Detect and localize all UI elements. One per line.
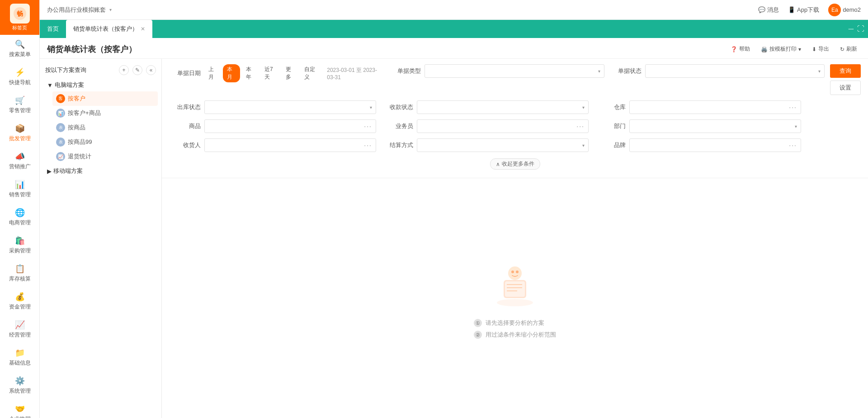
warehouse-label: 仓库 [594, 103, 626, 111]
scheme-by-customer-label: 按客户 [68, 95, 85, 103]
sidebar-item-base-info[interactable]: 📁基础信息 [0, 343, 39, 371]
inventory-icon: 📋 [15, 264, 25, 274]
query-btn[interactable]: 查询 [830, 64, 861, 78]
export-btn[interactable]: ⬇ 导出 [808, 43, 833, 55]
tab-home[interactable]: 首页 [40, 20, 66, 38]
date-range-text: 2023-03-01 至 2023-03-31 [327, 66, 384, 81]
tab-minimize-btn[interactable]: ─ [849, 25, 854, 33]
print-btn[interactable]: 🖨️ 按模板打印 ▾ [757, 43, 805, 55]
message-icon: 💬 [758, 6, 765, 13]
scheme-by-customer[interactable]: 客 按客户 [52, 91, 158, 106]
receiver-select[interactable]: ··· [204, 138, 376, 152]
sidebar-item-retail[interactable]: 🛒零售管理 [0, 91, 39, 119]
tree-group-pc-label[interactable]: ▼ 电脑端方案 [43, 79, 158, 91]
refresh-icon: ↻ [840, 46, 844, 52]
sidebar-item-label-operations: 经营管理 [9, 331, 31, 339]
scheme-return-stats-icon: 📈 [56, 152, 65, 161]
date-tab-more[interactable]: 更多 [282, 64, 298, 82]
svg-point-10 [516, 271, 519, 273]
salesperson-select[interactable]: ··· [417, 119, 589, 133]
scheme-by-goods[interactable]: 表 按商品 [52, 120, 158, 135]
tree-group-mobile-label[interactable]: ▶ 移动端方案 [43, 165, 158, 177]
sidebar-item-sales[interactable]: 📊销售管理 [0, 175, 39, 203]
sidebar-item-inventory[interactable]: 📋库存核算 [0, 259, 39, 287]
wholesale-icon: 📦 [15, 124, 25, 133]
app-download-label: App下载 [797, 6, 819, 14]
sidebar-item-quick-nav[interactable]: ⚡快捷导航 [0, 63, 39, 91]
tab-close-icon[interactable]: ✕ [141, 26, 145, 32]
sidebar-item-finance[interactable]: 💰资金管理 [0, 287, 39, 315]
doc-type-select[interactable]: ▾ [425, 64, 604, 78]
refresh-label: 刷新 [846, 45, 857, 53]
industry-dropdown-arrow[interactable]: ▾ [109, 7, 112, 12]
goods-label: 商品 [169, 122, 201, 130]
app-download-icon: 📱 [788, 6, 795, 13]
svg-text:畅: 畅 [17, 10, 23, 17]
doc-type-label: 单据类型 [389, 67, 421, 75]
page-header: 销货单统计表（按客户） ❓ 帮助 🖨️ 按模板打印 ▾ ⬇ 导出 ↻ 刷新 [40, 38, 868, 59]
print-dropdown-arrow[interactable]: ▾ [798, 46, 801, 52]
collect-status-select[interactable]: ▾ [417, 100, 589, 114]
scheme-return-stats-label: 退货统计 [68, 152, 91, 161]
tab-sales-stats[interactable]: 销货单统计表（按客户） ✕ [66, 20, 152, 38]
scheme-by-customer-goods[interactable]: 📊 按客户+商品 [52, 106, 158, 120]
tree-group-pc: ▼ 电脑端方案 客 按客户 📊 按客户+商品 [43, 79, 158, 164]
brand-label: 品牌 [594, 141, 626, 149]
top-header-right: 💬 消息 📱 App下载 Ea demo2 [758, 4, 861, 16]
avatar: Ea [828, 4, 841, 16]
sidebar-item-wholesale[interactable]: 📦批发管理 [0, 119, 39, 147]
add-scheme-btn[interactable]: + [119, 65, 129, 75]
date-tab-this-year[interactable]: 本年 [242, 64, 259, 82]
sidebar-item-system[interactable]: ⚙️系统管理 [0, 371, 39, 399]
ecommerce-icon: 🌐 [15, 208, 25, 218]
out-status-label: 出库状态 [169, 103, 201, 111]
goods-select[interactable]: ··· [204, 119, 376, 133]
sidebar-item-search[interactable]: 🔍搜索菜单 [0, 35, 39, 63]
settings-btn[interactable]: 设置 [830, 81, 861, 95]
scheme-by-goods-99[interactable]: 表 按商品99 [52, 135, 158, 149]
date-tab-last-7[interactable]: 近7天 [260, 64, 280, 82]
salesperson-dots: ··· [576, 123, 585, 130]
logo[interactable]: 畅 标签页 [0, 0, 39, 35]
refresh-btn[interactable]: ↻ 刷新 [836, 43, 861, 55]
collapse-btn[interactable]: ∧ 收起更多条件 [490, 158, 540, 170]
sidebar-item-marketing[interactable]: 📣营销推广 [0, 147, 39, 175]
app-download-action[interactable]: 📱 App下载 [788, 6, 819, 14]
marketing-icon: 📣 [15, 152, 25, 162]
collapse-panel-btn[interactable]: « [146, 65, 156, 75]
user-action[interactable]: Ea demo2 [828, 4, 861, 16]
enterprise-icon: 🤝 [15, 404, 25, 414]
date-tab-this-month[interactable]: 本月 [223, 64, 240, 82]
message-action[interactable]: 💬 消息 [758, 6, 779, 14]
date-label: 单据日期 [169, 69, 201, 77]
scheme-by-customer-goods-label: 按客户+商品 [68, 109, 101, 117]
date-tab-custom[interactable]: 自定义 [300, 64, 321, 82]
date-tab-last-month[interactable]: 上月 [204, 64, 221, 82]
out-status-select[interactable]: ▾ [204, 100, 376, 114]
brand-select[interactable]: ··· [629, 138, 801, 152]
tab-maximize-btn[interactable]: ⛶ [857, 25, 864, 33]
content-inner: 按以下方案查询 + ✎ « ▼ 电脑端方案 [40, 59, 868, 418]
collapse-label: 收起更多条件 [502, 160, 534, 168]
sidebar-item-ecommerce[interactable]: 🌐电商管理 [0, 203, 39, 231]
sidebar-item-operations[interactable]: 📈经营管理 [0, 315, 39, 343]
edit-scheme-btn[interactable]: ✎ [132, 65, 142, 75]
scheme-by-goods-99-label: 按商品99 [68, 138, 92, 146]
tree-group-mobile: ▶ 移动端方案 [43, 165, 158, 177]
tip-num-1: ① [474, 319, 482, 327]
scheme-return-stats[interactable]: 📈 退货统计 [52, 149, 158, 164]
help-btn[interactable]: ❓ 帮助 [727, 43, 754, 55]
dept-select[interactable]: ▾ [629, 119, 801, 133]
industry-label: 办公用品行业模拟账套 [47, 6, 106, 14]
sidebar-item-enterprise[interactable]: 🤝企业协同 [0, 399, 39, 418]
sidebar-item-label-enterprise: 企业协同 [9, 415, 31, 418]
settle-method-select[interactable]: ▾ [417, 138, 589, 152]
doc-status-select[interactable]: ▾ [645, 64, 825, 78]
tip-num-2: ② [474, 331, 482, 339]
tree-group-mobile-arrow: ▶ [47, 168, 52, 175]
empty-tip-2: ② 用过滤条件来缩小分析范围 [474, 331, 556, 339]
finance-icon: 💰 [15, 292, 25, 302]
warehouse-select[interactable]: ··· [629, 100, 801, 114]
retail-icon: 🛒 [15, 95, 25, 105]
sidebar-item-purchase[interactable]: 🛍️采购管理 [0, 231, 39, 259]
